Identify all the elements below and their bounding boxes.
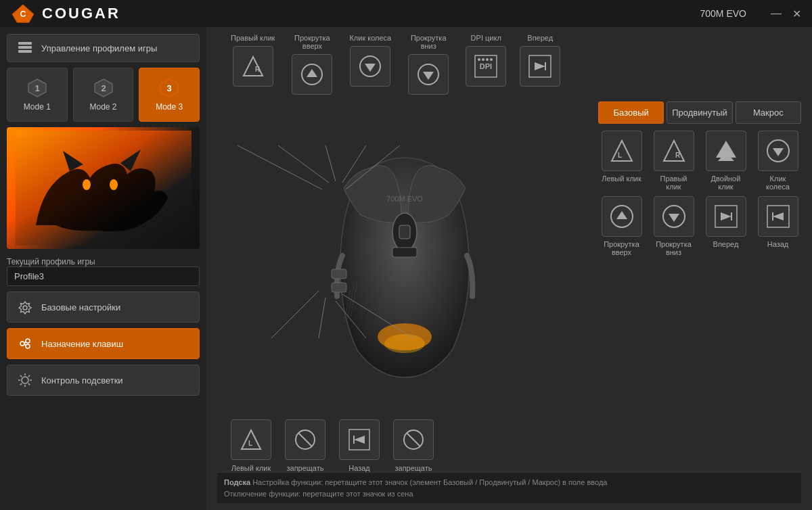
top-btn-scroll-down: Прокрутка вниз [405, 34, 452, 95]
manage-profile-button[interactable]: Управление профилем игры [7, 34, 200, 62]
svg-marker-47 [535, 62, 545, 70]
mode3-hex: 3 [159, 78, 179, 98]
bottom-back-btn[interactable] [339, 419, 380, 460]
window-controls: 700M EVO — ✕ [700, 7, 801, 20]
wheel-click-btn[interactable] [350, 46, 390, 87]
svg-point-43 [482, 58, 484, 61]
svg-text:C: C [20, 9, 26, 19]
sidebar: Управление профилем игры 1 Mode 1 2 [0, 27, 206, 510]
action-scroll-down[interactable]: Прокрутка вниз [650, 196, 697, 256]
minimize-button[interactable]: — [771, 7, 782, 20]
double-click-icon [713, 137, 740, 164]
action-left-click[interactable]: L Левый клик [598, 131, 645, 191]
key-assign-button[interactable]: Назначение клавиш [7, 328, 200, 359]
window-title: 700M EVO [700, 8, 746, 19]
mode3-button[interactable]: 3 Mode 3 [139, 68, 200, 122]
action-back[interactable]: Назад [754, 196, 801, 256]
wheel-click-icon-box [758, 131, 798, 171]
basic-settings-button[interactable]: Базовые настройки [7, 292, 200, 323]
left-click-icon: L [608, 137, 635, 164]
right-click-btn[interactable]: R [233, 46, 273, 87]
manage-profile-label: Управление профилем игры [41, 43, 157, 53]
profile-artwork [16, 131, 191, 246]
forward-btn[interactable] [520, 46, 560, 87]
bottom-back-icon [347, 427, 371, 452]
svg-rect-3 [18, 46, 32, 49]
scroll-up-btn[interactable] [292, 54, 332, 95]
dpi-btn[interactable]: DPI [466, 46, 506, 87]
hint-line1: Настройка функции: перетащите этот значо… [252, 478, 607, 486]
svg-point-13 [110, 179, 118, 190]
action-right-click[interactable]: R Правый клик [650, 131, 697, 191]
svg-rect-50 [399, 225, 410, 239]
content-area: Правый клик R Прокрутка вверх [206, 27, 812, 510]
back-icon-box [758, 196, 798, 237]
hint-prefix: Подска [224, 478, 250, 486]
bottom-forbidden2-label: запрещать [394, 464, 432, 472]
svg-marker-71 [664, 141, 684, 161]
bottom-buttons-row: L Левый клик запрещать [217, 419, 801, 472]
basic-settings-label: Базовые настройки [41, 302, 120, 312]
mode1-button[interactable]: 1 Mode 1 [7, 68, 68, 122]
svg-line-28 [20, 375, 22, 377]
bottom-btn-back: Назад [339, 419, 380, 472]
tab-basic[interactable]: Базовый [598, 101, 664, 124]
tab-macro[interactable]: Макрос [736, 101, 801, 124]
bottom-left-click-btn[interactable]: L [231, 419, 271, 460]
main-layout: Управление профилем игры 1 Mode 1 2 [0, 27, 812, 510]
logo-area: C COUGAR [11, 3, 120, 24]
top-btn-wheel-click: Клик колеса [349, 34, 391, 87]
bottom-left-click-icon: L [239, 427, 263, 452]
wheel-click-label-2: Клик колеса [758, 175, 798, 191]
svg-marker-39 [423, 72, 434, 80]
bottom-forbidden1-label: запрещать [286, 464, 323, 472]
svg-rect-2 [18, 42, 32, 45]
top-buttons-row: Правый клик R Прокрутка вверх [217, 34, 801, 95]
light-control-button[interactable]: Контроль подсветки [7, 365, 200, 396]
svg-marker-86 [773, 212, 784, 221]
svg-text:L: L [248, 440, 252, 447]
scroll-down-btn[interactable] [408, 54, 449, 95]
key-assign-label: Назначение клавиш [41, 339, 123, 349]
forbidden1-icon [293, 427, 317, 452]
wheel-click-icon-2 [765, 137, 792, 164]
svg-point-20 [26, 344, 30, 348]
tab-row: Базовый Продвинутый Макрос [598, 101, 801, 124]
double-click-label: Двойной клик [706, 175, 746, 191]
svg-rect-51 [392, 248, 417, 257]
bottom-forbidden2-btn[interactable] [393, 419, 434, 460]
right-click-label-2: Правый клик [654, 175, 694, 191]
svg-point-19 [26, 339, 30, 343]
top-btn-forward: Вперед [520, 34, 560, 87]
back-icon [765, 203, 792, 230]
svg-rect-4 [18, 50, 32, 53]
svg-text:R: R [255, 66, 261, 73]
dpi-icon: DPI [474, 54, 498, 78]
bottom-forbidden1-btn[interactable] [285, 419, 325, 460]
svg-marker-93 [354, 436, 365, 444]
mouse-illustration: 700M EVO [290, 134, 520, 384]
svg-point-18 [20, 342, 24, 346]
action-wheel-click[interactable]: Клик колеса [754, 131, 801, 191]
mode2-button[interactable]: 2 Mode 2 [73, 68, 134, 122]
svg-marker-81 [669, 214, 679, 222]
bottom-back-label: Назад [348, 464, 370, 472]
bottom-btn-left-click: L Левый клик [231, 419, 271, 472]
forward-icon-box [706, 196, 746, 237]
svg-text:L: L [618, 152, 622, 159]
light-control-label: Контроль подсветки [41, 375, 123, 386]
svg-line-29 [28, 384, 30, 385]
svg-point-23 [22, 377, 28, 384]
current-profile-input[interactable] [7, 266, 200, 286]
action-scroll-up[interactable]: Прокрутка вверх [598, 196, 645, 256]
tab-advanced[interactable]: Продвинутый [667, 101, 732, 124]
action-forward[interactable]: Вперед [702, 196, 749, 256]
right-click-label: Правый клик [231, 34, 275, 42]
svg-text:DPI: DPI [480, 62, 492, 70]
close-button[interactable]: ✕ [792, 7, 801, 20]
wheel-click-icon [358, 54, 382, 78]
svg-marker-79 [616, 211, 627, 219]
mode1-hex: 1 [27, 78, 47, 98]
action-double-click[interactable]: Двойной клик [702, 131, 749, 191]
middle-section: 700M EVO [217, 101, 801, 417]
